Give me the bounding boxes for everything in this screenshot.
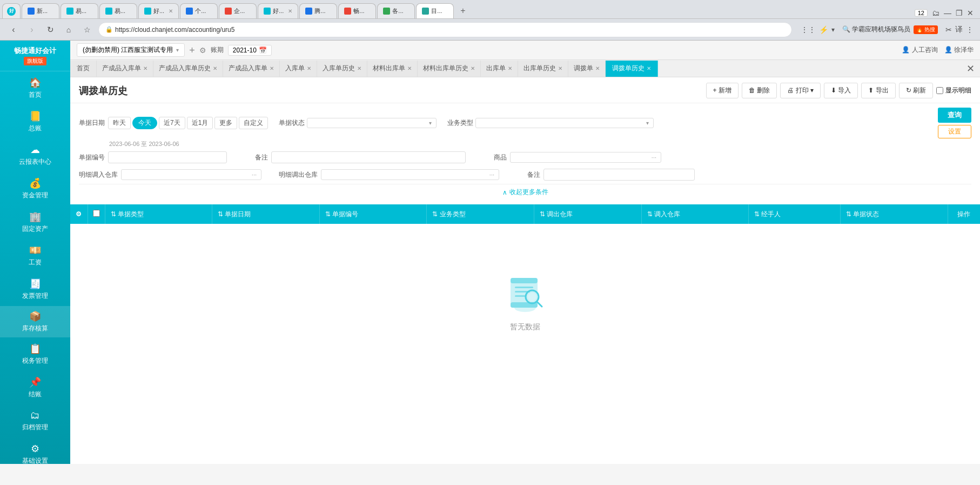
browser-tab-4[interactable]: 好... ✕	[138, 3, 179, 18]
date-btn-yesterday[interactable]: 昨天	[108, 117, 131, 129]
filter-settings-button[interactable]: 设置	[938, 125, 971, 138]
tab-close-product-inbound-history[interactable]: ✕	[213, 65, 217, 71]
support-link[interactable]: 👤 人工咨询	[902, 45, 937, 55]
export-button[interactable]: ⬆ 导出	[861, 83, 895, 98]
date-btn-7days[interactable]: 近7天	[159, 117, 185, 129]
doc-number-input[interactable]	[108, 151, 227, 163]
sidebar-item-archive[interactable]: 🗂 归档管理	[0, 404, 70, 437]
sidebar-item-funds[interactable]: 💰 资金管理	[0, 172, 70, 205]
new-tab-button[interactable]: +	[455, 3, 471, 18]
toolbar-translate[interactable]: 译	[955, 25, 963, 35]
company-selector[interactable]: (勿删勿禁用) 江西服宝测试专用 ▾	[77, 43, 185, 57]
note-input[interactable]	[271, 151, 466, 163]
col-type[interactable]: ⇅ 单据类型	[105, 204, 212, 224]
business-type-select[interactable]: ▾	[475, 118, 654, 128]
tab-outbound[interactable]: 出库单 ✕	[481, 61, 518, 77]
col-date[interactable]: ⇅ 单据日期	[212, 204, 320, 224]
col-checkbox[interactable]	[88, 204, 105, 224]
detail-in-warehouse-input[interactable]: ···	[121, 169, 261, 180]
extensions-icon[interactable]: ⋮⋮	[801, 25, 816, 34]
lightning-icon[interactable]: ⚡	[819, 25, 828, 34]
col-biz-type[interactable]: ⇅ 业务类型	[427, 204, 534, 224]
browser-tab-11[interactable]: 目...	[416, 3, 454, 18]
bookmark-button[interactable]: ☆	[80, 23, 94, 37]
tab-close-transfer[interactable]: ✕	[595, 65, 600, 71]
user-avatar[interactable]: 👤 徐泽华	[944, 45, 974, 55]
date-btn-more[interactable]: 更多	[214, 117, 237, 129]
back-button[interactable]: ‹	[6, 23, 21, 37]
maximize-button[interactable]: ❐	[956, 9, 963, 17]
tab-product-inbound2[interactable]: 产成品入库单 ✕	[223, 61, 280, 77]
browser-tab-10[interactable]: 各...	[377, 3, 415, 18]
detail-note-input[interactable]	[543, 169, 695, 181]
tab-product-inbound-history[interactable]: 产成品入库单历史 ✕	[153, 61, 223, 77]
browser-tab-1[interactable]: 新...	[22, 3, 59, 18]
tab-bar-icon-1[interactable]: 🗂	[932, 9, 939, 17]
settings-gear-icon[interactable]: ⚙	[199, 46, 206, 55]
col-settings[interactable]: ⚙	[70, 204, 88, 224]
reload-button[interactable]: ↻	[43, 23, 57, 37]
sidebar-item-tax[interactable]: 📋 税务管理	[0, 337, 70, 371]
tab-close-product-inbound[interactable]: ✕	[143, 65, 147, 71]
sidebar-item-reports[interactable]: ☁ 云报表中心	[0, 138, 70, 172]
tab-close-material-outbound-history[interactable]: ✕	[471, 65, 475, 71]
print-button[interactable]: 🖨 打印 ▾	[780, 83, 821, 98]
dropdown-icon[interactable]: ▾	[831, 26, 835, 34]
sidebar-item-home[interactable]: 🏠 首页	[0, 71, 70, 105]
period-selector[interactable]: 2021-10 📅	[228, 45, 272, 56]
date-btn-custom[interactable]: 自定义	[239, 117, 268, 129]
sidebar-item-invoice[interactable]: 🧾 发票管理	[0, 273, 70, 306]
browser-tab-7[interactable]: 好... ✕	[258, 3, 298, 18]
import-button[interactable]: ⬇ 导入	[824, 83, 858, 98]
browser-logo-tab[interactable]: 好	[2, 3, 21, 18]
detail-out-warehouse-input[interactable]: ···	[321, 169, 499, 180]
tab-outbound-history[interactable]: 出库单历史 ✕	[518, 61, 568, 77]
date-btn-1month[interactable]: 近1月	[187, 117, 213, 129]
tab-close-7[interactable]: ✕	[288, 8, 292, 14]
tab-transfer[interactable]: 调拨单 ✕	[568, 61, 606, 77]
url-bar[interactable]: 🔒 https://cloud.chanjet.com/accounting/u…	[98, 22, 792, 37]
close-all-tabs-button[interactable]: ✕	[961, 63, 980, 75]
sidebar-item-ledger[interactable]: 📒 总账	[0, 105, 70, 138]
col-handler[interactable]: ⇅ 经手人	[749, 204, 841, 224]
sidebar-item-assets[interactable]: 🏢 固定资产	[0, 205, 70, 239]
sidebar-item-settings[interactable]: ⚙ 基础设置	[0, 437, 70, 464]
tab-material-outbound-history[interactable]: 材料出库单历史 ✕	[418, 61, 481, 77]
goods-input[interactable]: ···	[510, 152, 661, 163]
delete-button[interactable]: 🗑 删除	[742, 83, 777, 98]
tab-inbound[interactable]: 入库单 ✕	[280, 61, 317, 77]
add-company-button[interactable]: +	[189, 45, 195, 55]
tab-inbound-history[interactable]: 入库单历史 ✕	[317, 61, 367, 77]
browser-tab-9[interactable]: 畅...	[338, 3, 376, 18]
col-number[interactable]: ⇅ 单据编号	[319, 204, 427, 224]
status-select[interactable]: ▾	[307, 118, 437, 128]
browser-tab-2[interactable]: 易...	[61, 3, 98, 18]
sidebar-item-closing[interactable]: 📌 结账	[0, 371, 70, 404]
tab-transfer-history[interactable]: 调拨单历史 ✕	[606, 61, 658, 77]
display-detail-toggle[interactable]: 显示明细	[936, 86, 971, 95]
tab-close-outbound-history[interactable]: ✕	[558, 65, 562, 71]
browser-tab-8[interactable]: 腾...	[299, 3, 337, 18]
browser-tab-3[interactable]: 易...	[99, 3, 137, 18]
date-btn-today[interactable]: 今天	[132, 117, 157, 129]
search-button[interactable]: 查询	[938, 108, 971, 123]
refresh-button[interactable]: ↻ 刷新	[899, 83, 933, 98]
minimize-button[interactable]: —	[944, 9, 951, 17]
col-in-warehouse[interactable]: ⇅ 调入仓库	[641, 204, 749, 224]
tab-material-outbound[interactable]: 材料出库单 ✕	[367, 61, 418, 77]
tab-close-material-outbound[interactable]: ✕	[407, 65, 412, 71]
col-out-warehouse[interactable]: ⇅ 调出仓库	[534, 204, 641, 224]
tab-close-outbound[interactable]: ✕	[508, 65, 512, 71]
home-nav-button[interactable]: ⌂	[62, 23, 76, 37]
sidebar-item-salary[interactable]: 💴 工资	[0, 239, 70, 273]
tab-close-inbound[interactable]: ✕	[307, 65, 311, 71]
toolbar-more[interactable]: ⋮	[966, 25, 974, 34]
col-status[interactable]: ⇅ 单据状态	[840, 204, 948, 224]
tab-close-product-inbound2[interactable]: ✕	[270, 65, 274, 71]
tab-close-inbound-history[interactable]: ✕	[357, 65, 361, 71]
new-button[interactable]: + 新增	[706, 83, 739, 98]
browser-tab-6[interactable]: 企...	[219, 3, 257, 18]
tab-close-transfer-history[interactable]: ✕	[647, 65, 651, 71]
browser-tab-5[interactable]: 个...	[180, 3, 218, 18]
tab-close-4[interactable]: ✕	[169, 8, 173, 14]
